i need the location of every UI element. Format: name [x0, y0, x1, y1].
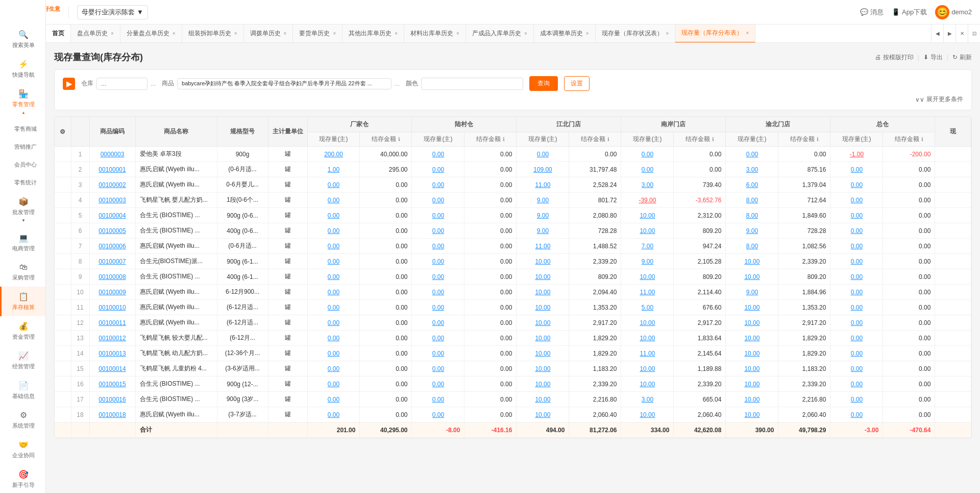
row-nanan-stock[interactable]: 10.00 [621, 331, 674, 346]
row-lucun-stock[interactable]: 0.00 [412, 177, 464, 193]
close-icon[interactable]: × [173, 31, 176, 36]
expand-more-btn[interactable]: ∨∨ 展开更多条件 [915, 95, 963, 104]
row-zongcang-stock[interactable]: 0.00 [830, 193, 883, 208]
row-zongcang-stock[interactable]: 0.00 [830, 300, 883, 315]
close-icon[interactable]: × [524, 31, 527, 36]
sidebar-item-ecommerce[interactable]: 💻 电商管理 [0, 228, 45, 257]
user-area[interactable]: 😊 demo2 [935, 5, 972, 19]
row-lucun-stock[interactable]: 0.00 [412, 285, 464, 300]
row-changjia-stock[interactable]: 1.00 [307, 162, 360, 177]
row-nanan-stock[interactable]: 0.00 [621, 162, 674, 177]
row-code[interactable]: 00100007 [89, 254, 135, 269]
row-zongcang-stock[interactable]: 0.00 [830, 377, 883, 392]
row-code[interactable]: 00100005 [89, 223, 135, 239]
row-jiangbei-stock[interactable]: 0.00 [517, 147, 569, 162]
row-yubei-stock[interactable]: 0.00 [726, 147, 778, 162]
setting-btn[interactable]: 设置 [564, 76, 590, 91]
sidebar-item-wholesale[interactable]: 📦 批发管理 ▼ [0, 192, 45, 228]
row-yubei-stock[interactable]: 10.00 [726, 377, 778, 392]
tab-transfer[interactable]: 调拨单历史 × [244, 25, 293, 43]
sidebar-item-search[interactable]: 🔍 搜索英单 [0, 25, 45, 54]
row-yubei-stock[interactable]: 8.00 [726, 239, 778, 254]
row-nanan-stock[interactable]: 5.00 [621, 300, 674, 315]
row-zongcang-stock[interactable]: 0.00 [830, 346, 883, 361]
row-yubei-stock[interactable]: 10.00 [726, 315, 778, 331]
tab-stock-dist[interactable]: 现存量（库存分布表） × [675, 25, 755, 43]
message-btn[interactable]: 💬 消息 [860, 8, 884, 17]
close-icon[interactable]: × [111, 31, 114, 36]
col-setting-icon[interactable]: ⚙ [60, 128, 65, 135]
close-icon[interactable]: × [284, 31, 287, 36]
row-zongcang-stock[interactable]: 0.00 [830, 315, 883, 331]
row-jiangbei-stock[interactable]: 9.00 [517, 193, 569, 208]
row-changjia-stock[interactable]: 0.00 [307, 223, 360, 239]
row-zongcang-stock[interactable]: 0.00 [830, 361, 883, 377]
row-nanan-stock[interactable]: 10.00 [621, 377, 674, 392]
row-nanan-stock[interactable]: 11.00 [621, 346, 674, 361]
close-icon[interactable]: × [746, 30, 749, 36]
row-changjia-stock[interactable]: 0.00 [307, 254, 360, 269]
row-changjia-stock[interactable]: 0.00 [307, 346, 360, 361]
row-zongcang-stock[interactable]: 0.00 [830, 407, 883, 422]
row-jiangbei-stock[interactable]: 10.00 [517, 377, 569, 392]
tab-order[interactable]: 要货单历史 × [293, 25, 342, 43]
row-code[interactable]: 00100008 [89, 269, 135, 285]
nav-expand-arrow[interactable]: ⊡ [968, 25, 980, 43]
row-yubei-stock[interactable]: 8.00 [726, 193, 778, 208]
row-nanan-stock[interactable]: 10.00 [621, 315, 674, 331]
close-icon[interactable]: × [234, 31, 237, 36]
row-jiangbei-stock[interactable]: 9.00 [517, 223, 569, 239]
row-lucun-stock[interactable]: 0.00 [412, 346, 464, 361]
color-input[interactable] [421, 78, 523, 90]
close-icon[interactable]: × [456, 31, 459, 36]
row-zongcang-stock[interactable]: 0.00 [830, 223, 883, 239]
row-code[interactable]: 00100012 [89, 331, 135, 346]
row-yubei-stock[interactable]: 6.00 [726, 177, 778, 193]
tab-other-out[interactable]: 其他出库单历史 × [342, 25, 404, 43]
row-jiangbei-stock[interactable]: 10.00 [517, 285, 569, 300]
row-changjia-stock[interactable]: 0.00 [307, 315, 360, 331]
row-changjia-stock[interactable]: 0.00 [307, 285, 360, 300]
row-lucun-stock[interactable]: 0.00 [412, 331, 464, 346]
row-yubei-stock[interactable]: 9.00 [726, 285, 778, 300]
row-lucun-stock[interactable]: 0.00 [412, 223, 464, 239]
row-yubei-stock[interactable]: 10.00 [726, 331, 778, 346]
row-zongcang-stock[interactable]: 0.00 [830, 239, 883, 254]
row-nanan-stock[interactable]: 11.00 [621, 285, 674, 300]
row-changjia-stock[interactable]: 0.00 [307, 392, 360, 407]
row-lucun-stock[interactable]: 0.00 [412, 208, 464, 223]
row-nanan-stock[interactable]: 9.00 [621, 254, 674, 269]
tab-product-in[interactable]: 产成品入库单历史 × [466, 25, 534, 43]
row-changjia-stock[interactable]: 200.00 [307, 147, 360, 162]
row-yubei-stock[interactable]: 9.00 [726, 223, 778, 239]
row-nanan-stock[interactable]: 0.00 [621, 147, 674, 162]
refresh-btn[interactable]: ↻ 刷新 [952, 53, 972, 62]
sidebar-item-system[interactable]: ⚙ 系统管理 [0, 405, 45, 435]
row-jiangbei-stock[interactable]: 11.00 [517, 177, 569, 193]
row-jiangbei-stock[interactable]: 11.00 [517, 239, 569, 254]
row-nanan-stock[interactable]: 10.00 [621, 208, 674, 223]
row-jiangbei-stock[interactable]: 10.00 [517, 361, 569, 377]
row-code[interactable]: 00100006 [89, 239, 135, 254]
row-lucun-stock[interactable]: 0.00 [412, 392, 464, 407]
tab-stock-status[interactable]: 现存量（库存状况表） × [596, 25, 676, 43]
row-code[interactable]: 00100004 [89, 208, 135, 223]
row-changjia-stock[interactable]: 0.00 [307, 208, 360, 223]
row-yubei-stock[interactable]: 10.00 [726, 392, 778, 407]
row-yubei-stock[interactable]: 10.00 [726, 361, 778, 377]
row-yubei-stock[interactable]: 10.00 [726, 254, 778, 269]
row-lucun-stock[interactable]: 0.00 [412, 254, 464, 269]
tab-sub-count[interactable]: 分量盘点单历史 × [120, 25, 182, 43]
row-code[interactable]: 00100010 [89, 300, 135, 315]
close-icon[interactable]: × [333, 31, 336, 36]
row-jiangbei-stock[interactable]: 10.00 [517, 331, 569, 346]
row-jiangbei-stock[interactable]: 10.00 [517, 346, 569, 361]
close-icon[interactable]: × [666, 31, 669, 36]
row-code[interactable]: 00100001 [89, 162, 135, 177]
sidebar-item-purchase[interactable]: 🛍 采购管理 [0, 257, 45, 287]
sidebar-item-collab[interactable]: 🤝 企业协同 [0, 435, 45, 464]
row-jiangbei-stock[interactable]: 10.00 [517, 315, 569, 331]
export-btn[interactable]: ⬇ 导出 [923, 53, 943, 62]
sidebar-item-basic[interactable]: 📄 基础信息 [0, 375, 45, 405]
row-changjia-stock[interactable]: 0.00 [307, 377, 360, 392]
